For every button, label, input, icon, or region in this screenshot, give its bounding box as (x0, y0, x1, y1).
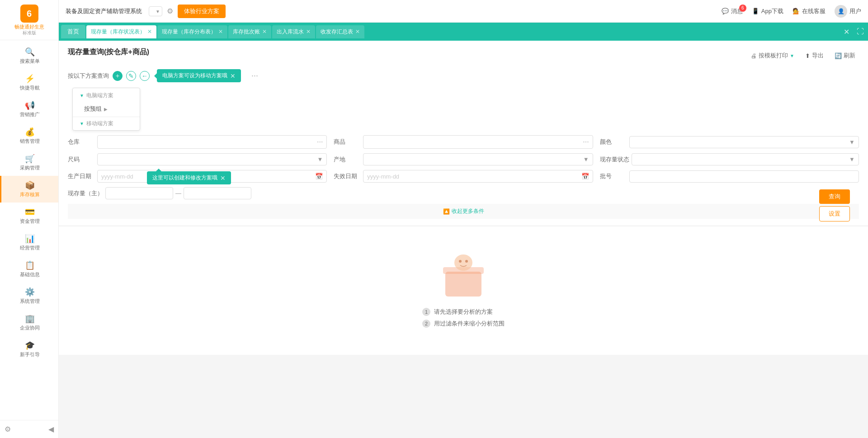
tab-inventory-dist[interactable]: 现存量（库存分布表） ✕ (157, 25, 227, 38)
export-label: 导出 (812, 52, 824, 60)
user-label: 用户 (849, 7, 861, 15)
size-arrow-icon: ▼ (317, 156, 323, 163)
empty-illustration (436, 254, 491, 299)
schema-back-btn[interactable]: ← (140, 71, 150, 81)
sidebar-item-finance[interactable]: 💳 资金管理 (0, 203, 58, 229)
filter-field-qty: 现存量（主） — (68, 187, 294, 199)
export-btn[interactable]: ⬆ 导出 (802, 49, 827, 62)
tab-close-icon[interactable]: ✕ (355, 28, 360, 35)
messages-btn[interactable]: 💬 消息 6 (722, 7, 743, 15)
tab-home-label: 首页 (67, 28, 79, 35)
industry-btn[interactable]: 体验行业方案 (178, 5, 226, 18)
status-select[interactable]: ▼ (632, 153, 859, 165)
set-btn[interactable]: 设置 (819, 206, 850, 221)
tab-inventory-status[interactable]: 现存量（库存状况表） ✕ (86, 25, 156, 38)
sidebar-item-label: 采购管理 (20, 165, 40, 171)
size-select[interactable]: ▼ (97, 153, 327, 165)
warehouse-select[interactable]: ··· (97, 135, 327, 149)
tab-batch-label: 库存批次账 (233, 28, 260, 36)
schema-more-icon[interactable]: ··· (251, 71, 258, 80)
sidebar-collapse-icon[interactable]: ◀ (48, 425, 54, 433)
schema-edit-btn[interactable]: ✎ (126, 71, 136, 81)
empty-steps: 1 请先选择要分析的方案 2 用过滤条件来缩小分析范围 (422, 308, 505, 328)
goods-select[interactable]: ··· (363, 135, 593, 149)
schema-item-anzu[interactable]: 按预组 ▶ (73, 102, 140, 116)
expire-date-start-input[interactable]: yyyy-mm-dd 📅 (363, 170, 593, 183)
origin-select[interactable]: ▼ (363, 153, 593, 165)
sidebar-item-inventory[interactable]: 📦 库存核算 (0, 176, 58, 203)
tab-batch[interactable]: 库存批次账 ✕ (228, 25, 271, 38)
produce-date-start-placeholder: yyyy-mm-dd (101, 173, 133, 180)
tooltip-create-close[interactable]: ✕ (220, 174, 226, 182)
sidebar-item-label: 快捷导航 (20, 85, 40, 91)
schema-item-anzu-label: 按预组 (84, 105, 102, 113)
search-btn[interactable]: 查询 (819, 189, 850, 204)
sidebar-item-guide[interactable]: 🎓 新手引导 (0, 336, 58, 363)
batch-input[interactable] (629, 170, 859, 183)
sidebar: 6 畅捷通好生意 标准版 🔍 搜索菜单 ⚡ 快捷导航 📢 营销推广 💰 销售管理… (0, 0, 59, 438)
print-btn[interactable]: 🖨 按模板打印 ▼ (747, 49, 798, 62)
sidebar-item-marketing[interactable]: 📢 营销推广 (0, 96, 58, 122)
system-select[interactable] (149, 6, 162, 16)
sidebar-item-sales[interactable]: 💰 销售管理 (0, 122, 58, 149)
messages-badge: 6 (739, 5, 746, 12)
filter-field-color: 颜色 ▼ (600, 136, 859, 148)
empty-step-1: 1 请先选择要分析的方案 (422, 308, 505, 316)
goods-more-icon[interactable]: ··· (583, 138, 589, 146)
topbar-settings-icon[interactable]: ⚙ (167, 7, 173, 15)
collapse-btn[interactable]: 🔼 收起更多条件 (443, 207, 484, 215)
topbar-right: 💬 消息 6 📱 App下载 💁 在线客服 👤 用户 (722, 5, 861, 18)
step-2-text: 用过滤条件来缩小分析范围 (434, 320, 505, 328)
color-select[interactable]: ▼ (629, 136, 859, 148)
finance-nav-icon: 💳 (25, 207, 35, 217)
schema-mobile-section: ▼ 移动端方案 (73, 117, 140, 130)
message-icon: 💬 (722, 8, 729, 14)
sidebar-item-search[interactable]: 🔍 搜索菜单 (0, 42, 58, 69)
tooltip-schema-close[interactable]: ✕ (230, 72, 236, 80)
avatar-icon: 👤 (838, 8, 844, 14)
calendar-icon[interactable]: 📅 (315, 173, 323, 180)
tab-close-icon[interactable]: ✕ (262, 28, 267, 35)
qty-max-input[interactable] (184, 187, 251, 199)
qty-dash: — (175, 190, 181, 197)
refresh-btn[interactable]: 🔄 刷新 (831, 49, 859, 62)
sidebar-item-quick[interactable]: ⚡ 快捷导航 (0, 69, 58, 96)
refresh-icon: 🔄 (835, 52, 842, 59)
tab-close-icon[interactable]: ✕ (218, 28, 223, 35)
sidebar-item-basic[interactable]: 📋 基础信息 (0, 256, 58, 283)
goods-label: 商品 (334, 138, 361, 146)
quick-nav-icon: ⚡ (25, 74, 35, 84)
sales-nav-icon: 💰 (25, 127, 35, 137)
tab-close-all-icon[interactable]: ✕ (842, 26, 851, 38)
sidebar-item-purchase[interactable]: 🛒 采购管理 (0, 149, 58, 176)
tab-home[interactable]: 首页 (61, 25, 85, 38)
sidebar-item-enterprise[interactable]: 🏢 企业协同 (0, 309, 58, 336)
filter-field-expire-date: 失效日期 yyyy-mm-dd 📅 (334, 170, 593, 183)
arrow-icon: ▶ (104, 107, 108, 112)
tab-flow[interactable]: 出入库流水 ✕ (272, 25, 315, 38)
qty-min-input[interactable] (105, 187, 173, 199)
sidebar-item-system[interactable]: ⚙️ 系统管理 (0, 283, 58, 309)
sidebar-settings-icon[interactable]: ⚙ (5, 425, 11, 433)
tab-summary[interactable]: 收发存汇总表 ✕ (316, 25, 364, 38)
schema-pc-label: 电脑端方案 (86, 92, 113, 99)
sidebar-logo: 6 畅捷通好生意 标准版 (0, 0, 58, 40)
filter-field-goods: 商品 ··· (334, 135, 593, 149)
calendar-icon2[interactable]: 📅 (581, 173, 589, 180)
guide-nav-icon: 🎓 (25, 340, 35, 350)
app-download-btn[interactable]: 📱 App下载 (752, 7, 783, 15)
tab-fullscreen-icon[interactable]: ⛶ (855, 26, 866, 38)
tab-close-icon[interactable]: ✕ (147, 28, 152, 35)
logo-text: 畅捷通好生意 (14, 24, 44, 30)
warehouse-more-icon[interactable]: ··· (317, 138, 323, 146)
topbar: 装备及固定资产辅助管理系统 ▼ ⚙ 体验行业方案 💬 消息 6 📱 App下载 … (59, 0, 868, 23)
sidebar-item-operation[interactable]: 📊 经营管理 (0, 229, 58, 256)
operation-nav-icon: 📊 (25, 234, 35, 244)
avatar: 👤 (835, 5, 847, 18)
online-service-btn[interactable]: 💁 在线客服 (793, 7, 826, 15)
service-icon: 💁 (793, 8, 800, 14)
user-btn[interactable]: 👤 用户 (835, 5, 861, 18)
sidebar-bottom: ⚙ ◀ (0, 420, 58, 438)
tab-close-icon[interactable]: ✕ (306, 28, 311, 35)
schema-add-btn[interactable]: ＋ (113, 71, 123, 81)
